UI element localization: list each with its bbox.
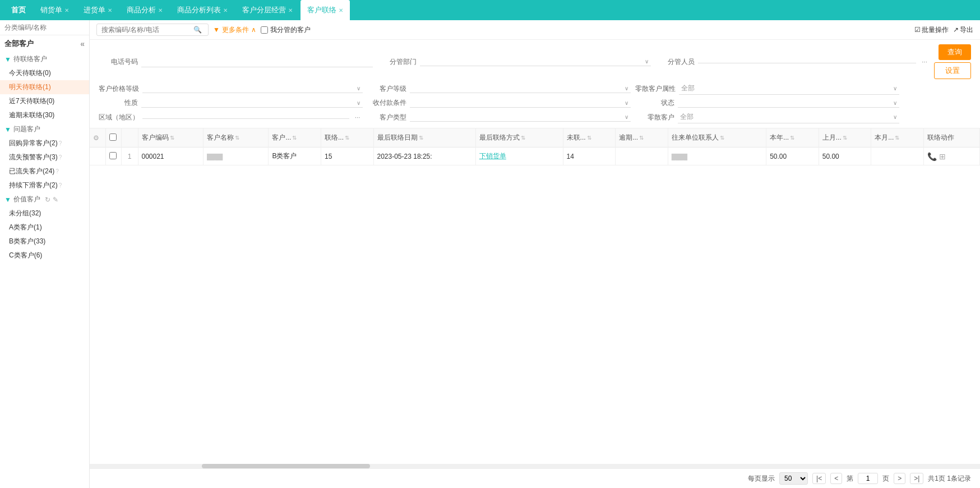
nav-customer-contact[interactable]: 客户联络 ✕ bbox=[301, 0, 350, 20]
nav-goods-analysis[interactable]: 商品分析 ✕ bbox=[120, 0, 169, 20]
sidebar-search-input[interactable] bbox=[4, 24, 89, 31]
filter-actions: 查询 设置 bbox=[934, 44, 971, 79]
query-button[interactable]: 查询 bbox=[939, 44, 971, 60]
grid-action-icon[interactable]: ⊞ bbox=[939, 152, 946, 161]
nav-purchase[interactable]: 进货单 ✕ bbox=[77, 0, 119, 20]
value-customer-group: ▼ 价值客户 ↻ ✎ bbox=[0, 192, 89, 206]
row-year-amt-cell: 50.00 bbox=[766, 148, 819, 165]
setting-button[interactable]: 设置 bbox=[934, 62, 971, 79]
zero-customer-select[interactable]: 全部 ∨ bbox=[678, 111, 899, 123]
row-this-month-cell bbox=[871, 148, 924, 165]
price-select[interactable]: ∨ bbox=[142, 84, 363, 93]
sidebar-item-declining[interactable]: 持续下滑客户(2) ? bbox=[0, 178, 89, 192]
dept-select[interactable]: ∨ bbox=[420, 57, 651, 66]
col-last-month[interactable]: 上月...⇅ bbox=[819, 128, 871, 148]
prev-page-btn[interactable]: < bbox=[830, 473, 842, 484]
next-page-btn[interactable]: > bbox=[894, 473, 905, 484]
col-overdue[interactable]: 逾期...⇅ bbox=[616, 128, 668, 148]
sidebar-item-churned[interactable]: 已流失客户(24) ? bbox=[0, 164, 89, 178]
close-goods-list-icon[interactable]: ✕ bbox=[223, 7, 228, 13]
top-nav: 首页 销货单 ✕ 进货单 ✕ 商品分析 ✕ 商品分析列表 ✕ 客户分层经营 ✕ … bbox=[0, 0, 980, 20]
zero-attr-label: 零散客户属性 bbox=[635, 84, 676, 94]
first-page-btn[interactable]: |< bbox=[812, 473, 826, 484]
horizontal-scrollbar[interactable] bbox=[90, 464, 980, 468]
page-input[interactable] bbox=[858, 473, 878, 484]
last-page-btn[interactable]: >| bbox=[910, 473, 923, 484]
sidebar-item-type-a[interactable]: A类客户(1) bbox=[0, 220, 89, 234]
zero-attr-select[interactable]: 全部 ∨ bbox=[679, 82, 899, 95]
customer-level-select[interactable]: ∨ bbox=[410, 84, 631, 93]
my-customer-checkbox-wrap[interactable]: 我分管的客户 bbox=[261, 25, 311, 35]
close-purchase-icon[interactable]: ✕ bbox=[108, 7, 112, 13]
sidebar-item-type-b[interactable]: B类客户(33) bbox=[0, 234, 89, 248]
col-settings[interactable]: ⚙ bbox=[90, 128, 105, 148]
export-btn[interactable]: ↗ 导出 bbox=[953, 25, 973, 35]
help-icon: ? bbox=[56, 168, 59, 174]
sidebar-item-type-c[interactable]: C类客户(6) bbox=[0, 248, 89, 263]
my-customer-checkbox[interactable] bbox=[261, 26, 268, 34]
row-not-contact-cell: 14 bbox=[563, 148, 616, 165]
customer-level-label: 客户等级 bbox=[367, 84, 406, 94]
sidebar-item-churn-warn[interactable]: 流失预警客户(3) ? bbox=[0, 150, 89, 164]
nature-select[interactable]: ∨ bbox=[141, 99, 363, 108]
phone-input[interactable] bbox=[141, 57, 373, 67]
row-past-contact-cell: ████ bbox=[668, 148, 766, 165]
person-dots-btn[interactable]: ··· bbox=[919, 57, 930, 67]
help-icon: ? bbox=[59, 140, 62, 146]
all-customers-title[interactable]: 全部客户 « bbox=[0, 35, 89, 52]
table-row: 1 000021 ████ B类客户 15 2023-05-23 18:25: … bbox=[90, 148, 980, 165]
col-last-method[interactable]: 最后联络方式⇅ bbox=[475, 128, 563, 148]
page-size-select[interactable]: 50 100 200 bbox=[779, 472, 808, 485]
sidebar-item-repurchase[interactable]: 回购异常客户(2) ? bbox=[0, 136, 89, 150]
col-past-contact[interactable]: 往来单位联系人⇅ bbox=[668, 128, 766, 148]
page-size-label: 每页显示 bbox=[748, 474, 775, 484]
col-code[interactable]: 客户编码⇅ bbox=[138, 128, 203, 148]
sidebar-item-tomorrow[interactable]: 明天待联络(1) bbox=[0, 80, 89, 94]
table-settings-icon[interactable]: ⚙ bbox=[93, 134, 99, 142]
payment-select[interactable]: ∨ bbox=[410, 99, 631, 108]
nav-home[interactable]: 首页 bbox=[4, 0, 33, 20]
row-type-cell: B类客户 bbox=[269, 148, 321, 165]
close-sales-icon[interactable]: ✕ bbox=[64, 7, 69, 13]
sidebar-item-today[interactable]: 今天待联络(0) bbox=[0, 66, 89, 80]
phone-action-icon[interactable]: 📞 bbox=[927, 152, 937, 161]
region-dots-btn[interactable]: ··· bbox=[353, 112, 363, 122]
col-type[interactable]: 客户...⇅ bbox=[269, 128, 321, 148]
scrollbar-thumb[interactable] bbox=[202, 464, 370, 468]
search-bar-icon[interactable]: 🔍 bbox=[193, 26, 202, 34]
filter-row-1: 电话号码 分管部门 ∨ 分管人员 ··· 查询 设置 bbox=[99, 44, 971, 79]
col-contact[interactable]: 联络...⇅ bbox=[321, 128, 373, 148]
region-label: 区域（地区） bbox=[99, 113, 139, 122]
col-not-contact[interactable]: 未联...⇅ bbox=[563, 128, 616, 148]
sidebar-item-week[interactable]: 近7天待联络(0) bbox=[0, 94, 89, 108]
col-this-month[interactable]: 本月...⇅ bbox=[871, 128, 924, 148]
close-goods-icon[interactable]: ✕ bbox=[158, 7, 163, 13]
col-checkbox[interactable] bbox=[105, 128, 121, 148]
sidebar-item-overdue[interactable]: 逾期未联络(30) bbox=[0, 108, 89, 122]
status-label: 状态 bbox=[635, 98, 674, 108]
value-refresh-icon[interactable]: ↻ bbox=[45, 196, 50, 204]
search-input[interactable] bbox=[101, 26, 191, 34]
status-select[interactable]: ∨ bbox=[678, 99, 899, 108]
col-name[interactable]: 客户名称⇅ bbox=[203, 128, 268, 148]
value-edit-icon[interactable]: ✎ bbox=[53, 196, 58, 204]
row-checkbox[interactable] bbox=[109, 152, 117, 159]
sidebar-item-ungrouped[interactable]: 未分组(32) bbox=[0, 206, 89, 220]
close-tier-icon[interactable]: ✕ bbox=[288, 7, 293, 13]
row-num-cell: 1 bbox=[121, 148, 138, 165]
close-contact-icon[interactable]: ✕ bbox=[339, 7, 343, 13]
row-name-cell: ████ bbox=[203, 148, 268, 165]
col-last-date[interactable]: 最后联络日期⇅ bbox=[373, 128, 475, 148]
last-method-link[interactable]: 下销货单 bbox=[479, 152, 506, 160]
more-filter-btn[interactable]: ▼ 更多条件 ∧ bbox=[213, 25, 256, 35]
row-checkbox-cell[interactable] bbox=[105, 148, 121, 165]
filter-region: 区域（地区） ··· bbox=[99, 112, 363, 122]
row-last-method-cell[interactable]: 下销货单 bbox=[475, 148, 563, 165]
type-select[interactable]: ∨ bbox=[410, 113, 631, 122]
nav-goods-list[interactable]: 商品分析列表 ✕ bbox=[170, 0, 234, 20]
select-all-checkbox[interactable] bbox=[109, 133, 117, 141]
nav-customer-tier[interactable]: 客户分层经营 ✕ bbox=[235, 0, 299, 20]
nav-sales[interactable]: 销货单 ✕ bbox=[34, 0, 76, 20]
col-year-amt[interactable]: 本年...⇅ bbox=[766, 128, 819, 148]
batch-ops-btn[interactable]: ☑ 批量操作 bbox=[914, 25, 949, 35]
